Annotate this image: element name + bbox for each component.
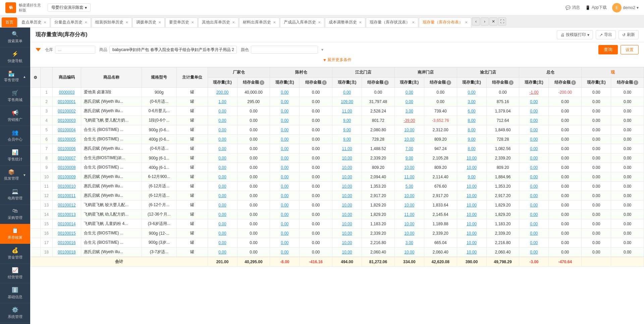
tab-6[interactable]: 其他出库单历史 ✕ bbox=[198, 17, 238, 28]
zong-qty[interactable]: 0.00 bbox=[519, 144, 549, 153]
jiangbei-qty[interactable]: 10.00 bbox=[332, 229, 362, 238]
sidebar-item-baseinfo[interactable]: ℹ️ 基础信息 bbox=[0, 283, 30, 303]
col-code[interactable]: 00100005 bbox=[53, 135, 81, 144]
zong-qty[interactable]: 0.00 bbox=[519, 97, 549, 106]
col-code[interactable]: 00100003 bbox=[53, 116, 81, 125]
chencun-qty[interactable]: 0.00 bbox=[270, 247, 300, 257]
jiangbei-qty[interactable]: 10.00 bbox=[332, 153, 362, 163]
close-icon[interactable]: ✕ bbox=[412, 20, 415, 24]
sidebar-item-purchase[interactable]: 🛍 采购管理 bbox=[0, 204, 30, 224]
zong-qty[interactable]: 0.00 bbox=[519, 153, 549, 163]
zong-qty[interactable]: 0.00 bbox=[519, 163, 549, 172]
tab-fullscreen-btn[interactable]: ⛶ bbox=[498, 17, 506, 26]
nanan-qty[interactable]: 10.00 bbox=[394, 163, 424, 172]
yubei-qty[interactable]: 10.00 bbox=[457, 191, 486, 200]
changjia-qty[interactable]: 0.00 bbox=[208, 106, 237, 116]
nanan-qty[interactable]: 0.00 bbox=[394, 97, 424, 106]
message-btn[interactable]: 💬 消息 bbox=[566, 5, 580, 10]
changjia-qty[interactable]: 0.00 bbox=[208, 153, 237, 163]
changjia-qty[interactable]: 0.00 bbox=[208, 229, 237, 238]
col-code[interactable]: 00100011 bbox=[53, 191, 81, 200]
chencun-qty[interactable]: 0.00 bbox=[270, 106, 300, 116]
nanan-qty[interactable]: 10.00 bbox=[394, 191, 424, 200]
sidebar-item-quicknav[interactable]: ⚡ 快捷导航 bbox=[0, 47, 30, 67]
col-code[interactable]: 00100002 bbox=[53, 106, 81, 116]
changjia-qty[interactable]: 1.00 bbox=[208, 97, 237, 106]
nanan-qty[interactable]: 10.00 bbox=[394, 229, 424, 238]
zong-qty[interactable]: -1.00 bbox=[519, 88, 549, 97]
yubei-qty[interactable]: 10.00 bbox=[457, 210, 486, 219]
yubei-qty[interactable]: 6.00 bbox=[457, 106, 486, 116]
chencun-qty[interactable]: 0.00 bbox=[270, 163, 300, 172]
close-icon[interactable]: ✕ bbox=[232, 20, 235, 24]
chencun-qty[interactable]: 0.00 bbox=[270, 200, 300, 210]
close-icon[interactable]: ✕ bbox=[318, 20, 321, 24]
chencun-qty[interactable]: 0.00 bbox=[270, 125, 300, 135]
yubei-qty[interactable]: 10.00 bbox=[457, 238, 486, 247]
zong-qty[interactable]: 0.00 bbox=[519, 125, 549, 135]
jiangbei-qty[interactable]: 10.00 bbox=[332, 210, 362, 219]
sidebar-item-mgmt[interactable]: 📈 经营管理 bbox=[0, 264, 30, 283]
zong-qty[interactable]: 0.00 bbox=[519, 200, 549, 210]
changjia-qty[interactable]: 0.00 bbox=[208, 238, 237, 247]
close-icon[interactable]: ✕ bbox=[125, 20, 128, 24]
changjia-qty[interactable]: 0.00 bbox=[208, 191, 237, 200]
col-code[interactable]: 00100008 bbox=[53, 163, 81, 172]
tab-7[interactable]: 材料出库单历史 ✕ bbox=[239, 17, 279, 28]
col-code[interactable]: 00100007 bbox=[53, 153, 81, 163]
user-avatar-area[interactable]: E demo2 ▾ bbox=[612, 3, 639, 12]
warehouse-input[interactable] bbox=[55, 46, 95, 54]
goods-input[interactable] bbox=[109, 46, 237, 54]
yubei-qty[interactable]: 9.00 bbox=[457, 172, 486, 182]
yubei-qty[interactable]: 10.00 bbox=[457, 163, 486, 172]
jiangbei-qty[interactable]: 10.00 bbox=[332, 182, 362, 191]
changjia-qty[interactable]: 0.00 bbox=[208, 125, 237, 135]
zong-qty[interactable]: 0.00 bbox=[519, 182, 549, 191]
zong-qty[interactable]: 0.00 bbox=[519, 116, 549, 125]
zong-qty[interactable]: 0.00 bbox=[519, 219, 549, 229]
changjia-qty[interactable]: 0.00 bbox=[208, 200, 237, 210]
chencun-qty[interactable]: 0.00 bbox=[270, 182, 300, 191]
jiangbei-qty[interactable]: 10.00 bbox=[332, 172, 362, 182]
tab-8[interactable]: 产成品入库单历史 ✕ bbox=[280, 17, 324, 28]
changjia-qty[interactable]: 0.00 bbox=[208, 247, 237, 257]
chencun-qty[interactable]: 0.00 bbox=[270, 135, 300, 144]
col-code[interactable]: 00100006 bbox=[53, 144, 81, 153]
jiangbei-qty[interactable]: 10.00 bbox=[332, 191, 362, 200]
close-icon[interactable]: ✕ bbox=[44, 20, 46, 24]
zong-qty[interactable]: 0.00 bbox=[519, 191, 549, 200]
yubei-qty[interactable]: 3.00 bbox=[457, 97, 486, 106]
zong-qty[interactable]: 0.00 bbox=[519, 106, 549, 116]
yubei-qty[interactable]: 8.00 bbox=[457, 144, 486, 153]
col-code[interactable]: 0000003 bbox=[53, 88, 81, 97]
tab-home[interactable]: 首页 bbox=[2, 17, 17, 28]
nanan-qty[interactable]: 9.00 bbox=[394, 153, 424, 163]
jiangbei-qty[interactable]: 9.00 bbox=[332, 135, 362, 144]
sidebar-item-retail[interactable]: 🏪 零售管理 ▲ bbox=[0, 67, 30, 86]
sidebar-item-stats[interactable]: 📊 零售统计 bbox=[0, 146, 30, 166]
zong-qty[interactable]: 0.00 bbox=[519, 247, 549, 257]
col-code[interactable]: 00100018 bbox=[53, 247, 81, 257]
yubei-qty[interactable]: 10.00 bbox=[457, 229, 486, 238]
settings-btn[interactable]: 设置 bbox=[621, 45, 639, 54]
zong-qty[interactable]: 0.00 bbox=[519, 135, 549, 144]
changjia-qty[interactable]: 0.00 bbox=[208, 182, 237, 191]
changjia-qty[interactable]: 0.00 bbox=[208, 135, 237, 144]
sidebar-item-ecommerce[interactable]: 💻 电商管理 bbox=[0, 185, 30, 204]
chencun-qty[interactable]: 0.00 bbox=[270, 144, 300, 153]
col-code[interactable]: 00100013 bbox=[53, 210, 81, 219]
close-icon[interactable]: ✕ bbox=[465, 20, 468, 24]
zong-qty[interactable]: 0.00 bbox=[519, 172, 549, 182]
close-icon[interactable]: ✕ bbox=[273, 20, 276, 24]
nanan-qty[interactable]: 5.00 bbox=[394, 182, 424, 191]
yubei-qty[interactable]: 10.00 bbox=[457, 182, 486, 191]
export-btn[interactable]: ↗ 导出 bbox=[596, 30, 616, 39]
yubei-qty[interactable]: 10.00 bbox=[457, 153, 486, 163]
col-code[interactable]: 00100010 bbox=[53, 182, 81, 191]
col-code[interactable]: 00100014 bbox=[53, 219, 81, 229]
yubei-qty[interactable]: 0.00 bbox=[457, 88, 486, 97]
chencun-qty[interactable]: 0.00 bbox=[270, 238, 300, 247]
print-btn[interactable]: 🖨 按模版打印 ▾ bbox=[557, 30, 593, 39]
nanan-qty[interactable]: 10.00 bbox=[394, 200, 424, 210]
close-icon[interactable]: ✕ bbox=[158, 20, 161, 24]
